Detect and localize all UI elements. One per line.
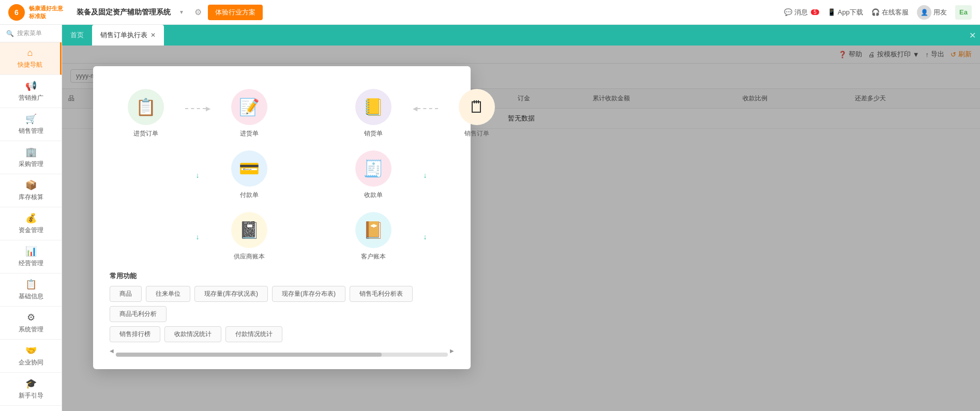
sales-bill-label: 销货单 — [364, 129, 383, 138]
settings-gear-icon[interactable]: ⚙ — [194, 7, 202, 17]
purchase-order-label: 进货订单 — [133, 129, 158, 138]
sidebar-item-purchase[interactable]: 🏢 采购管理 — [0, 141, 62, 174]
modal-scroll-thumb — [116, 353, 382, 357]
purchase-bill-label: 进货单 — [240, 129, 259, 138]
cf-btn-stock-dist[interactable]: 现存量(库存分布表) — [272, 286, 345, 302]
purchase-bill-icon-circle: 📝 — [231, 89, 267, 125]
sidebar-item-sales[interactable]: 🛒 销售管理 — [0, 108, 62, 141]
sidebar-item-cooperation[interactable]: 🤝 企业协同 — [0, 340, 62, 373]
receipt-bill-label: 收款单 — [364, 191, 383, 200]
tab-sales-order[interactable]: 销售订单执行表 ✕ — [92, 25, 164, 45]
flow-purchase-order[interactable]: 📋 进货订单 — [110, 83, 182, 144]
cooperation-icon: 🤝 — [25, 345, 37, 356]
flow-sales-bill[interactable]: 📒 销货单 — [337, 83, 410, 144]
search-menu-btn[interactable]: 🔍 搜索菜单 — [0, 25, 62, 42]
receipt-bill-icon-circle: 🧾 — [355, 150, 391, 187]
user-avatar: 👤 — [917, 5, 931, 20]
basic-info-icon: 📋 — [25, 279, 37, 290]
message-badge: 5 — [811, 9, 819, 15]
app-download-icon: 📱 — [827, 8, 836, 16]
logo-icon: 6 — [8, 4, 25, 21]
page-content: ❓ 帮助 🖨 按模板打印 ▼ ↑ 导出 ↺ 刷新 — [62, 45, 980, 411]
top-bar: 6 畅康通好生意 标准版 装备及固定资产辅助管理系统 ▼ ⚙ 体验行业方案 💬 … — [0, 0, 980, 25]
flow-payment-bill[interactable]: 💳 付款单 — [213, 144, 285, 206]
customer-ledger-icon-circle: 📔 — [355, 212, 391, 248]
message-btn[interactable]: 💬 消息 5 — [784, 8, 819, 17]
cf-buttons-row1: 商品 往来单位 现存量(库存状况表) 现存量(库存分布表) 销售毛利分析表 商品… — [110, 286, 454, 322]
flow-customer-ledger[interactable]: 📔 客户账本 — [337, 206, 410, 267]
sidebar-item-system[interactable]: ⚙ 系统管理 — [0, 307, 62, 340]
modal-scroll-bar[interactable] — [116, 353, 448, 357]
flow-purchase-bill[interactable]: 📝 进货单 — [213, 83, 285, 144]
common-functions-title: 常用功能 — [110, 271, 454, 281]
marketing-icon: 📢 — [25, 80, 37, 92]
supplier-ledger-label: 供应商账本 — [234, 252, 265, 261]
cf-buttons-row2: 销售排行榜 收款情况统计 付款情况统计 — [110, 326, 454, 342]
arrow-down-payment: ↓ — [196, 233, 200, 240]
tab-bar-close-icon[interactable]: ✕ — [969, 31, 976, 40]
online-service-btn[interactable]: 🎧 在线客服 — [871, 8, 909, 17]
customer-ledger-label: 客户账本 — [361, 252, 386, 261]
quick-nav-icon: ⌂ — [27, 48, 33, 58]
common-functions: 常用功能 商品 往来单位 现存量(库存状况表) 现存量(库存分布表) 销售毛利分… — [110, 271, 454, 342]
flow-sales-order[interactable]: 🗒 销售订单 — [441, 83, 513, 144]
purchase-icon: 🏢 — [25, 146, 37, 158]
scroll-left-icon[interactable]: ◀ — [110, 348, 114, 354]
sidebar-item-finance[interactable]: 💰 资金管理 — [0, 207, 62, 240]
sidebar-item-newbie[interactable]: 🎓 新手引导 — [0, 373, 62, 406]
arrow-down-receipt: ↓ — [424, 233, 427, 240]
sidebar-item-marketing[interactable]: 📢 营销推广 — [0, 75, 62, 108]
operations-icon: 📊 — [25, 246, 37, 257]
system-title-dropdown-icon[interactable]: ▼ — [179, 9, 184, 15]
sidebar-item-quick-nav[interactable]: ⌂ 快捷导航 — [0, 42, 62, 75]
cf-btn-partner[interactable]: 往来单位 — [146, 286, 190, 302]
cf-btn-product-profit-analysis[interactable]: 商品毛利分析 — [110, 306, 167, 322]
sidebar-item-operations[interactable]: 📊 经营管理 — [0, 240, 62, 273]
top-bar-right: 💬 消息 5 📱 App下载 🎧 在线客服 👤 用友 Ea — [784, 5, 972, 20]
cf-btn-receipt-stats[interactable]: 收款情况统计 — [164, 326, 221, 342]
flow-receipt-bill[interactable]: 🧾 收款单 — [337, 144, 410, 206]
inventory-icon: 📦 — [25, 179, 37, 191]
purchase-order-icon-circle: 📋 — [128, 89, 164, 125]
tab-close-icon[interactable]: ✕ — [150, 32, 156, 39]
cf-btn-product[interactable]: 商品 — [110, 286, 142, 302]
app-download-btn[interactable]: 📱 App下载 — [827, 8, 863, 17]
sidebar-item-inventory[interactable]: 📦 库存核算 — [0, 174, 62, 207]
cf-btn-payment-stats[interactable]: 付款情况统计 — [225, 326, 282, 342]
arrow-down-sales-bill: ↓ — [424, 172, 427, 179]
modal-overlay[interactable]: 📋 进货订单 ▶ — [62, 45, 980, 411]
sales-icon: 🛒 — [25, 113, 37, 125]
experience-btn[interactable]: 体验行业方案 — [208, 5, 263, 20]
newbie-icon: 🎓 — [25, 378, 37, 389]
supplier-ledger-icon-circle: 📓 — [231, 212, 267, 248]
payment-bill-icon-circle: 💳 — [231, 150, 267, 187]
sidebar-item-basic-info[interactable]: 📋 基础信息 — [0, 273, 62, 307]
payment-bill-label: 付款单 — [240, 191, 259, 200]
cf-btn-sales-profit-analysis[interactable]: 销售毛利分析表 — [350, 286, 413, 302]
sales-order-flow-label: 销售订单 — [464, 129, 489, 138]
sales-order-icon-circle: 🗒 — [459, 89, 495, 125]
cf-btn-stock-status[interactable]: 现存量(库存状况表) — [194, 286, 268, 302]
logo-text: 畅康通好生意 标准版 — [29, 5, 63, 20]
main-container: 🔍 搜索菜单 ⌂ 快捷导航 📢 营销推广 🛒 销售管理 🏢 采购管理 📦 — [0, 25, 980, 411]
finance-icon: 💰 — [25, 212, 37, 224]
system-title: 装备及固定资产辅助管理系统 — [77, 8, 171, 17]
system-icon: ⚙ — [27, 312, 35, 323]
modal-scroll-row: ◀ ▶ — [110, 344, 454, 357]
ea-badge: Ea — [955, 5, 972, 20]
cf-btn-sales-ranking[interactable]: 销售排行榜 — [110, 326, 160, 342]
arrow-sales-order-to-sales-bill: ◀ — [410, 105, 441, 123]
message-icon: 💬 — [784, 8, 792, 16]
sales-bill-icon-circle: 📒 — [355, 89, 391, 125]
arrow-purchase-order-to-purchase-bill: ▶ — [182, 105, 213, 123]
content-area: 首页 销售订单执行表 ✕ ✕ ❓ 帮助 🖨 按 — [62, 25, 980, 411]
modal-box: 📋 进货订单 ▶ — [93, 66, 471, 369]
user-info[interactable]: 👤 用友 — [917, 5, 947, 20]
tab-bar: 首页 销售订单执行表 ✕ ✕ — [62, 25, 980, 45]
logo-area: 6 畅康通好生意 标准版 — [8, 4, 70, 21]
tab-home[interactable]: 首页 — [62, 25, 92, 45]
flow-supplier-ledger[interactable]: 📓 供应商账本 — [213, 206, 285, 267]
scroll-right-icon[interactable]: ▶ — [450, 348, 454, 354]
search-icon: 🔍 — [6, 30, 14, 37]
arrow-down-purchase-bill: ↓ — [196, 172, 200, 179]
